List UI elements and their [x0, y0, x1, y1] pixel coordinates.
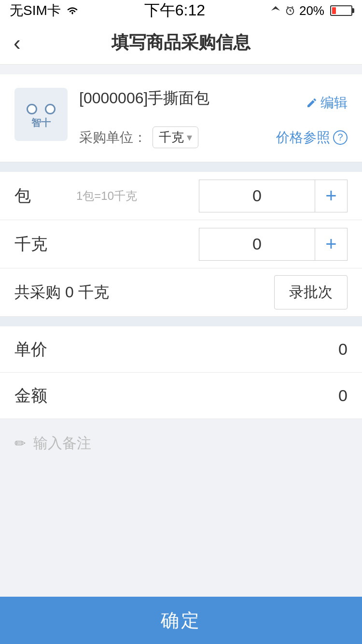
kg-label: 千克 [14, 233, 72, 255]
info-icon: ? [333, 130, 348, 145]
summary-row: 共采购 0 千克 录批次 [0, 268, 362, 317]
bao-plus-button[interactable]: + [315, 180, 348, 212]
unit-price-value: 0 [338, 340, 348, 359]
wifi-icon [66, 6, 79, 15]
kg-row: 千克 + [0, 220, 362, 268]
confirm-button[interactable]: 确定 [0, 597, 362, 644]
price-ref-button[interactable]: 价格参照 ? [276, 128, 348, 147]
logo-text: 智十 [22, 116, 60, 129]
kg-input[interactable] [199, 228, 315, 261]
svg-line-4 [292, 7, 293, 8]
nav-bar: ‹ 填写商品采购信息 [0, 21, 362, 65]
section-divider-1 [0, 162, 362, 172]
svg-line-3 [287, 7, 289, 8]
battery-icon [330, 5, 352, 16]
unit-price-label: 单价 [14, 338, 47, 361]
page-title: 填写商品采购信息 [111, 31, 251, 55]
status-time: 下午6:12 [144, 0, 205, 21]
bao-control: + [199, 180, 348, 212]
remark-placeholder: 输入备注 [33, 434, 91, 453]
summary-text: 共采购 0 千克 [14, 282, 109, 303]
product-logo: 智十 [14, 88, 68, 141]
carrier-text: 无SIM卡 [10, 1, 61, 20]
price-section: 单价 0 金额 0 [0, 326, 362, 419]
input-section: 包 1包=10千克 + 千克 + 共采购 0 千克 录批次 [0, 172, 362, 317]
owl-eye-right [45, 104, 56, 114]
edit-button[interactable]: 编辑 [306, 94, 348, 112]
section-divider-2 [0, 317, 362, 326]
edit-icon [306, 97, 318, 109]
unit-value: 千克 [159, 129, 184, 146]
unit-select[interactable]: 千克 ▾ [153, 126, 198, 148]
amount-row: 金额 0 [0, 373, 362, 419]
product-info: [0000006]手撕面包 编辑 采购单位： 千克 ▾ 价格参照 ? [79, 88, 348, 148]
location-icon [270, 5, 281, 16]
amount-label: 金额 [14, 385, 47, 407]
batch-button[interactable]: 录批次 [274, 275, 348, 309]
status-left: 无SIM卡 [10, 1, 79, 20]
alarm-icon [285, 5, 295, 16]
battery-percent: 20% [299, 3, 324, 18]
owl-eye-left [27, 104, 37, 114]
amount-value: 0 [338, 386, 348, 405]
bao-row: 包 1包=10千克 + [0, 172, 362, 220]
bao-label: 包 [14, 185, 72, 207]
dropdown-arrow-icon: ▾ [187, 131, 192, 144]
back-button[interactable]: ‹ [14, 31, 21, 55]
product-name: [0000006]手撕面包 [79, 88, 209, 109]
bao-input[interactable] [199, 180, 315, 212]
product-card: 智十 [0000006]手撕面包 编辑 采购单位： 千克 ▾ 价格参照 ? [0, 74, 362, 162]
status-right: 20% [270, 3, 352, 18]
kg-control: + [199, 228, 348, 261]
remark-area[interactable]: ✏ 输入备注 [0, 419, 362, 467]
bao-sublabel: 1包=10千克 [76, 188, 137, 204]
kg-plus-button[interactable]: + [315, 228, 348, 261]
status-bar: 无SIM卡 下午6:12 20% [0, 0, 362, 21]
unit-price-row: 单价 0 [0, 326, 362, 373]
unit-label: 采购单位： [79, 128, 147, 147]
pencil-icon: ✏ [14, 435, 26, 451]
